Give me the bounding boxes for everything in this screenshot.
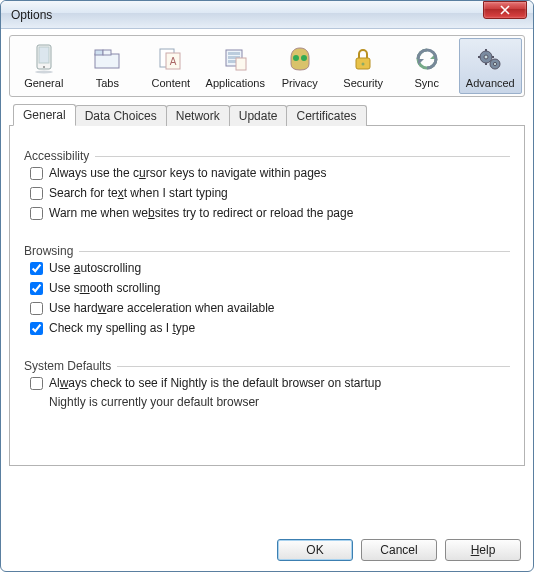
- cancel-button[interactable]: Cancel: [361, 539, 437, 561]
- group-title: Accessibility: [24, 149, 95, 165]
- category-tabs[interactable]: Tabs: [76, 38, 140, 94]
- sync-icon: [398, 43, 456, 75]
- checkbox-warn-redirect[interactable]: [30, 207, 43, 220]
- option-label[interactable]: Use autoscrolling: [49, 261, 141, 275]
- category-label: Advanced: [462, 77, 520, 89]
- titlebar: Options: [1, 1, 533, 29]
- tab-network[interactable]: Network: [166, 105, 230, 126]
- category-label: Content: [142, 77, 200, 89]
- tab-certificates[interactable]: Certificates: [286, 105, 366, 126]
- category-toolbar: General Tabs A Content Applications Priv…: [9, 35, 525, 97]
- group-accessibility: Accessibility Always use the cursor keys…: [24, 140, 510, 235]
- svg-rect-5: [95, 50, 103, 55]
- category-content[interactable]: A Content: [139, 38, 203, 94]
- option-cursor-keys: Always use the cursor keys to navigate w…: [24, 163, 510, 183]
- checkbox-default-browser-check[interactable]: [30, 377, 43, 390]
- group-title: System Defaults: [24, 359, 117, 375]
- svg-point-20: [484, 55, 488, 59]
- checkbox-smooth-scrolling[interactable]: [30, 282, 43, 295]
- tab-data-choices[interactable]: Data Choices: [75, 105, 167, 126]
- privacy-icon: [271, 43, 329, 75]
- general-icon: [15, 43, 73, 75]
- category-advanced[interactable]: Advanced: [459, 38, 523, 94]
- option-autoscrolling: Use autoscrolling: [24, 258, 510, 278]
- category-sync[interactable]: Sync: [395, 38, 459, 94]
- checkbox-search-text[interactable]: [30, 187, 43, 200]
- category-label: Sync: [398, 77, 456, 89]
- dialog-buttons: OK Cancel Help: [277, 539, 521, 561]
- option-label[interactable]: Search for text when I start typing: [49, 186, 228, 200]
- checkbox-hardware-accel[interactable]: [30, 302, 43, 315]
- option-label[interactable]: Warn me when websites try to redirect or…: [49, 206, 353, 220]
- svg-point-22: [494, 62, 497, 65]
- category-privacy[interactable]: Privacy: [268, 38, 332, 94]
- option-default-browser-check: Always check to see if Nightly is the de…: [24, 373, 510, 393]
- svg-point-18: [362, 63, 365, 66]
- option-warn-redirect: Warn me when websites try to redirect or…: [24, 203, 510, 223]
- help-button[interactable]: Help: [445, 539, 521, 561]
- category-label: General: [15, 77, 73, 89]
- checkbox-cursor-keys[interactable]: [30, 167, 43, 180]
- security-icon: [334, 43, 392, 75]
- close-icon: [500, 5, 510, 15]
- tab-update[interactable]: Update: [229, 105, 288, 126]
- tabs-icon: [79, 43, 137, 75]
- category-label: Tabs: [79, 77, 137, 89]
- tab-panel-general: Accessibility Always use the cursor keys…: [9, 126, 525, 466]
- applications-icon: [206, 43, 265, 75]
- default-browser-status: Nightly is currently your default browse…: [24, 395, 510, 409]
- option-hardware-accel: Use hardware acceleration when available: [24, 298, 510, 318]
- svg-point-3: [35, 71, 53, 74]
- content-area: General Tabs A Content Applications Priv…: [1, 29, 533, 474]
- svg-point-15: [293, 55, 299, 61]
- svg-point-2: [43, 66, 45, 68]
- option-label[interactable]: Always check to see if Nightly is the de…: [49, 376, 381, 390]
- close-button[interactable]: [483, 1, 527, 19]
- svg-rect-11: [228, 52, 240, 55]
- svg-text:A: A: [169, 56, 176, 67]
- checkbox-spell-check[interactable]: [30, 322, 43, 335]
- option-label[interactable]: Check my spelling as I type: [49, 321, 195, 335]
- option-search-text: Search for text when I start typing: [24, 183, 510, 203]
- tab-general[interactable]: General: [13, 104, 76, 126]
- option-label[interactable]: Always use the cursor keys to navigate w…: [49, 166, 327, 180]
- category-label: Privacy: [271, 77, 329, 89]
- window-title: Options: [11, 8, 483, 22]
- svg-rect-14: [236, 58, 246, 70]
- svg-rect-4: [95, 54, 119, 68]
- group-system-defaults: System Defaults Always check to see if N…: [24, 350, 510, 417]
- checkbox-autoscrolling[interactable]: [30, 262, 43, 275]
- category-label: Applications: [206, 77, 265, 89]
- category-general[interactable]: General: [12, 38, 76, 94]
- option-smooth-scrolling: Use smooth scrolling: [24, 278, 510, 298]
- subtabs: General Data Choices Network Update Cert…: [9, 103, 525, 126]
- advanced-icon: [462, 43, 520, 75]
- svg-rect-6: [103, 50, 111, 55]
- group-browsing: Browsing Use autoscrolling Use smooth sc…: [24, 235, 510, 350]
- svg-point-16: [301, 55, 307, 61]
- option-spell-check: Check my spelling as I type: [24, 318, 510, 338]
- group-title: Browsing: [24, 244, 79, 260]
- category-applications[interactable]: Applications: [203, 38, 268, 94]
- category-label: Security: [334, 77, 392, 89]
- option-label[interactable]: Use smooth scrolling: [49, 281, 160, 295]
- svg-rect-1: [39, 47, 49, 63]
- option-label[interactable]: Use hardware acceleration when available: [49, 301, 274, 315]
- category-security[interactable]: Security: [331, 38, 395, 94]
- content-icon: A: [142, 43, 200, 75]
- ok-button[interactable]: OK: [277, 539, 353, 561]
